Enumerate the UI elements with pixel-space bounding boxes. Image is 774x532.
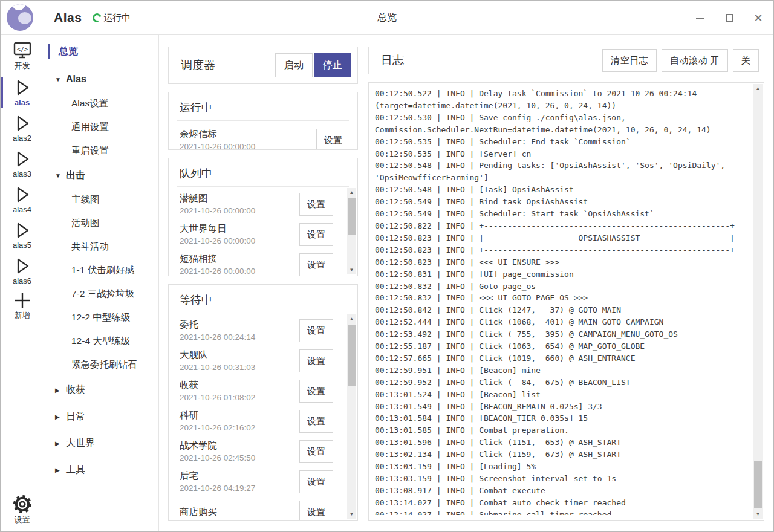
- log-line: 00:12:50.831 | INFO | [UI] page_commissi…: [375, 268, 750, 281]
- running-task-list: 余烬信标2021-10-26 00:00:00设置: [169, 121, 357, 149]
- sidebar-item-settings[interactable]: 设置: [1, 492, 44, 528]
- nav-menu: 总览▼AlasAlas设置通用设置重启设置▼出击主线图活动图共斗活动1-1 伏击…: [44, 35, 159, 531]
- scroll-down-icon[interactable]: ▼: [753, 510, 763, 519]
- autoscroll-on-button[interactable]: 自动滚动 开: [662, 49, 728, 72]
- nav-group-Alas[interactable]: ▼Alas: [44, 66, 158, 92]
- task-setting-button[interactable]: 设置: [299, 349, 333, 372]
- scheduler-stop-button[interactable]: 停止: [314, 53, 351, 77]
- play-icon: [13, 221, 32, 240]
- sidebar-item-alas5[interactable]: alas5: [1, 217, 44, 253]
- log-line: 00:12:50.822 | INFO | +-----------------…: [375, 220, 750, 232]
- nav-item-活动图[interactable]: 活动图: [44, 212, 158, 235]
- task-setting-button[interactable]: 设置: [299, 193, 333, 216]
- log-line: 00:12:50.823 | INFO | +-----------------…: [375, 244, 750, 256]
- nav-item-label: 工具: [66, 464, 85, 476]
- nav-group-收获[interactable]: ▶收获: [44, 377, 158, 403]
- sidebar-item-alas2[interactable]: alas2: [1, 110, 44, 146]
- nav-item-共斗活动[interactable]: 共斗活动: [44, 235, 158, 259]
- nav-item-7-2 三战捡垃圾[interactable]: 7-2 三战捡垃圾: [44, 282, 158, 306]
- waiting-task-row: 商店购买设置: [180, 497, 357, 520]
- clear-log-button[interactable]: 清空日志: [602, 49, 657, 72]
- log-line: 00:12:50.535 | INFO | Scheduler: End tas…: [375, 136, 750, 148]
- close-button[interactable]: ✕: [752, 11, 765, 25]
- task-setting-button[interactable]: 设置: [299, 223, 333, 246]
- scheduler-start-button[interactable]: 启动: [275, 53, 313, 77]
- task-name: 大世界每日: [180, 222, 299, 235]
- log-line: 00:12:52.444 | INFO | Click (1068, 401) …: [375, 316, 750, 328]
- nav-item-active[interactable]: 总览: [44, 42, 158, 60]
- app-window: Alas 运行中 总览 ✕ </> 开发 alasalas2alas3a: [0, 0, 774, 532]
- scrollbar-thumb[interactable]: [754, 461, 762, 508]
- chevron-right-icon: ▶: [55, 387, 62, 394]
- log-line: 00:12:50.842 | INFO | Click (1247, 37) @…: [375, 304, 750, 316]
- log-line: 00:12:59.951 | INFO | [Beacon] mine: [375, 365, 750, 377]
- nav-item-1-1 伏击刷好感[interactable]: 1-1 伏击刷好感: [44, 259, 158, 282]
- log-line: 00:12:50.549 | INFO | Scheduler: Start t…: [375, 208, 750, 220]
- task-setting-button[interactable]: 设置: [299, 380, 333, 403]
- pending-task-row: 大世界每日2021-10-26 00:00:00设置: [180, 219, 357, 250]
- nav-item-12-4 大型练级[interactable]: 12-4 大型练级: [44, 329, 158, 353]
- nav-group-日常[interactable]: ▶日常: [44, 403, 158, 430]
- pending-task-row: 潜艇图2021-10-26 00:00:00设置: [180, 189, 357, 219]
- log-header-panel: 日志 清空日志 自动滚动 开 关: [368, 47, 764, 74]
- task-setting-button[interactable]: 设置: [299, 470, 333, 493]
- sidebar-item-alas3[interactable]: alas3: [1, 146, 44, 181]
- task-next-run-time: 2021-10-26 00:00:00: [180, 141, 316, 149]
- nav-item-label: 1-1 伏击刷好感: [71, 264, 134, 277]
- scroll-up-icon[interactable]: ▲: [347, 314, 356, 323]
- log-column: 日志 清空日志 自动滚动 开 关 00:12:50.522 | INFO | D…: [363, 35, 773, 531]
- task-info: 商店购买: [180, 505, 299, 519]
- task-setting-button[interactable]: 设置: [316, 129, 350, 149]
- waiting-panel: 等待中 委托2021-10-26 00:24:14设置大舰队2021-10-26…: [168, 284, 358, 521]
- task-setting-button[interactable]: 设置: [299, 440, 333, 463]
- sidebar-item-label: alas3: [13, 169, 31, 178]
- nav-item-12-2 中型练级[interactable]: 12-2 中型练级: [44, 306, 158, 329]
- waiting-scrollbar[interactable]: ▲ ▼: [347, 314, 356, 519]
- waiting-task-list: 委托2021-10-26 00:24:14设置大舰队2021-10-26 00:…: [169, 313, 357, 520]
- sidebar-item-dev[interactable]: </> 开发: [1, 39, 44, 74]
- task-info: 收获2021-10-26 01:08:02: [180, 378, 299, 404]
- sidebar-item-alas[interactable]: alas: [1, 74, 44, 110]
- scroll-up-icon[interactable]: ▲: [347, 188, 356, 197]
- nav-item-紧急委托刷钻石[interactable]: 紧急委托刷钻石: [44, 353, 158, 377]
- waiting-task-row: 大舰队2021-10-26 00:31:03设置: [180, 346, 357, 376]
- sidebar-item-label: alas2: [13, 134, 31, 143]
- main-area: </> 开发 alasalas2alas3alas4alas5alas6 新增: [1, 35, 773, 531]
- close-icon: ✕: [753, 13, 763, 24]
- scrollbar-thumb[interactable]: [348, 325, 356, 386]
- log-scrollbar[interactable]: ▲ ▼: [753, 84, 763, 519]
- status-label: 运行中: [103, 12, 131, 24]
- maximize-button[interactable]: [723, 11, 736, 25]
- nav-group-工具[interactable]: ▶工具: [44, 456, 158, 483]
- sidebar-divider: [5, 488, 39, 488]
- nav-item-Alas设置[interactable]: Alas设置: [44, 92, 158, 115]
- log-output[interactable]: 00:12:50.522 | INFO | Delay task `Commis…: [375, 88, 750, 515]
- sidebar-bottom: 设置: [1, 488, 44, 531]
- sidebar-item-alas4[interactable]: alas4: [1, 181, 44, 217]
- autoscroll-off-button[interactable]: 关: [733, 49, 759, 72]
- scroll-down-icon[interactable]: ▼: [347, 265, 356, 274]
- pending-scrollbar[interactable]: ▲ ▼: [347, 188, 356, 274]
- task-next-run-time: 2021-10-26 00:00:00: [180, 235, 299, 247]
- scroll-up-icon[interactable]: ▲: [753, 84, 763, 93]
- log-line: 00:12:50.535 | INFO | [Server] cn: [375, 148, 750, 160]
- task-setting-button[interactable]: 设置: [299, 410, 333, 433]
- task-setting-button[interactable]: 设置: [299, 319, 333, 342]
- minimize-button[interactable]: [694, 11, 707, 25]
- task-name: 后宅: [180, 469, 299, 482]
- sidebar-item-alas6[interactable]: alas6: [1, 253, 44, 288]
- nav-item-通用设置[interactable]: 通用设置: [44, 115, 158, 139]
- nav-item-主线图[interactable]: 主线图: [44, 188, 158, 212]
- scroll-down-icon[interactable]: ▼: [347, 510, 356, 519]
- gear-icon: [13, 495, 32, 514]
- nav-item-重启设置[interactable]: 重启设置: [44, 139, 158, 163]
- sidebar-item-add[interactable]: 新增: [1, 288, 44, 324]
- task-setting-button[interactable]: 设置: [299, 253, 333, 276]
- task-setting-button[interactable]: 设置: [299, 501, 333, 520]
- app-logo-icon: [7, 4, 33, 31]
- nav-group-出击[interactable]: ▼出击: [44, 163, 158, 188]
- nav-group-大世界[interactable]: ▶大世界: [44, 430, 158, 456]
- nav-item-label: 大世界: [66, 437, 95, 450]
- log-line: 00:13:03.159 | INFO | [Loading] 5%: [375, 461, 750, 473]
- scrollbar-thumb[interactable]: [348, 198, 356, 235]
